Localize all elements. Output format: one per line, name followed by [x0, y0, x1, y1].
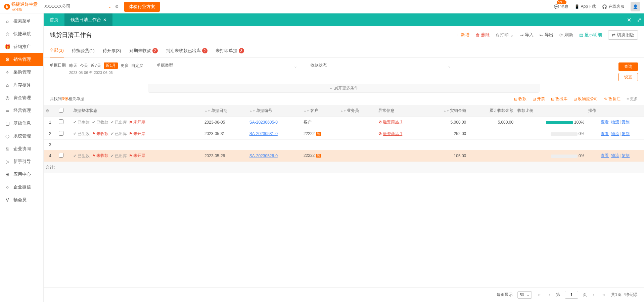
copy-link[interactable]: 复制	[622, 131, 630, 136]
sidebar-item-purch[interactable]: ✧采购管理	[0, 66, 43, 79]
date-option[interactable]: 昨天	[69, 63, 77, 69]
page-size-select[interactable]: 50⌄	[517, 291, 532, 299]
logi-link[interactable]: 物流	[611, 131, 619, 136]
refresh-button[interactable]: ⟳刷新	[559, 32, 573, 38]
chg-stock-action[interactable]: ⊟ 改出库	[551, 96, 567, 102]
progress-bar	[546, 121, 573, 124]
add-button[interactable]: +新增	[457, 32, 469, 38]
error-link[interactable]: 融资商品 1	[383, 131, 402, 136]
error-link[interactable]: 融资商品 1	[383, 120, 402, 124]
row-checkbox[interactable]	[59, 153, 63, 158]
table-row: 3	[44, 140, 644, 150]
filter-tab[interactable]: 待拣验货(1)	[72, 47, 95, 57]
doc-no-link[interactable]: SA-20230605-0	[249, 120, 278, 125]
sidebar-item-search[interactable]: ⌕搜索菜单	[0, 15, 43, 28]
logi-link[interactable]: 物流	[611, 153, 619, 158]
date-option[interactable]: 更多	[121, 63, 129, 69]
sidebar-item-vip[interactable]: V畅会员	[0, 193, 43, 206]
chg-note-action[interactable]: ✎ 改备注	[604, 96, 620, 102]
select-all[interactable]	[59, 108, 63, 113]
messages-link[interactable]: 99 + 💬 消息	[554, 4, 568, 9]
col-cum[interactable]: 累计收款金额	[468, 105, 515, 117]
more-action[interactable]: ≡ 更多	[627, 96, 638, 102]
switch-old-button[interactable]: ⇄切换旧版	[608, 30, 638, 40]
collect-action[interactable]: ⊟ 收款	[514, 96, 526, 102]
app-download-link[interactable]: 📱 App下载	[574, 4, 596, 9]
paystatus-select[interactable]: ⌄	[330, 62, 451, 70]
copy-link[interactable]: 复制	[622, 120, 630, 124]
sidebar-item-sys[interactable]: ◌系统管理	[0, 130, 43, 142]
sidebar-item-base[interactable]: ▢基础信息	[0, 117, 43, 130]
col-err[interactable]: 异常信息	[376, 105, 423, 117]
invoice-action[interactable]: ⊟ 开票	[533, 96, 545, 102]
close-icon[interactable]: ✕	[103, 17, 106, 22]
detail-toggle[interactable]: ▤显示明细	[579, 32, 602, 38]
col-date[interactable]: ▲▼单据日期	[202, 105, 247, 117]
date-option[interactable]: 近1月	[104, 62, 118, 69]
type-select[interactable]: ⌄	[176, 62, 297, 70]
filter-tab[interactable]: 到期未收款已出库2	[166, 47, 208, 57]
sidebar-item-sales[interactable]: ⚙销售管理	[0, 53, 43, 66]
copy-link[interactable]: 复制	[622, 153, 630, 158]
prev-page-button[interactable]: ‹	[547, 293, 551, 297]
sidebar-item-coop[interactable]: ⎘企业协同	[0, 142, 43, 155]
import-button[interactable]: ⇥导入	[520, 32, 534, 38]
tabstrip-expand-button[interactable]: ⤢	[634, 13, 644, 26]
col-st[interactable]: 单据整体状态	[71, 105, 202, 117]
col-sales[interactable]: ▲▼业务员	[338, 105, 377, 117]
filter-tab[interactable]: 到期未收款2	[129, 47, 158, 57]
row-checkbox[interactable]	[59, 119, 63, 124]
sidebar-item-biz[interactable]: ≣经营管理	[0, 104, 43, 117]
gear-icon[interactable]: ⚙	[115, 4, 119, 9]
doc-no-link[interactable]: SA-20230531-0	[249, 131, 278, 136]
page-header: 钱货日清工作台 +新增 🗑删除 ⎙打印⌄ ⇥导入 ⇤导出 ⟳刷新 ▤显示明细 ⇄…	[44, 26, 644, 44]
filter-tab[interactable]: 待开票(3)	[103, 47, 121, 57]
industry-plan-button[interactable]: 体验行业方案	[124, 2, 160, 12]
tab-workbench[interactable]: 钱货日清工作台 ✕	[64, 13, 112, 26]
col-ratio[interactable]: 收款比例	[515, 105, 586, 117]
sidebar-item-promo[interactable]: 🎁营销推广	[0, 40, 43, 53]
sidebar-item-fund[interactable]: ◎资金管理	[0, 91, 43, 104]
first-page-button[interactable]: ⇤	[537, 293, 543, 297]
col-chk[interactable]	[57, 105, 72, 117]
page-input[interactable]	[565, 291, 578, 299]
col-op[interactable]: 操作	[586, 105, 644, 117]
print-button[interactable]: ⎙打印⌄	[496, 32, 514, 38]
online-service-link[interactable]: 🎧 在线客服	[602, 4, 625, 9]
logi-link[interactable]: 物流	[611, 120, 619, 124]
date-option[interactable]: 近7天	[91, 63, 101, 69]
sidebar-item-quick[interactable]: ☆快捷导航	[0, 28, 43, 40]
filter-tab[interactable]: 未打印单据3	[216, 47, 244, 57]
col-amt[interactable]: ▲▼实销金额	[423, 105, 468, 117]
expand-filters[interactable]: ⌄ 展开更多条件	[148, 84, 540, 93]
tabstrip-close-button[interactable]: ✕	[624, 13, 634, 26]
next-page-button[interactable]: ›	[592, 293, 596, 297]
settings-button[interactable]: 设置	[618, 73, 638, 81]
view-link[interactable]: 查看	[601, 153, 609, 158]
date-option[interactable]: 今天	[80, 63, 88, 69]
table-wrap[interactable]: ⚙单据整体状态▲▼单据日期▲▼单据编号▲▼客户▲▼业务员异常信息▲▼实销金额累计…	[44, 105, 644, 287]
company-selector[interactable]: XXXXXX公司 ⌄	[44, 2, 111, 11]
avatar[interactable]: 👤	[631, 2, 640, 11]
last-page-button[interactable]: ⇥	[600, 293, 606, 297]
date-option[interactable]: 自定义	[131, 63, 143, 69]
col-no[interactable]: ▲▼单据编号	[247, 105, 302, 117]
query-button[interactable]: 查询	[618, 62, 638, 71]
row-checkbox[interactable]	[59, 131, 63, 136]
col-cust[interactable]: ▲▼客户	[302, 105, 338, 117]
biz-icon: ≣	[5, 108, 10, 113]
view-link[interactable]: 查看	[601, 120, 609, 124]
tab-home[interactable]: 首页	[44, 13, 64, 26]
sidebar-item-apps[interactable]: ⊞应用中心	[0, 168, 43, 181]
filter-tab[interactable]: 全部(3)	[50, 47, 64, 57]
doc-no-link[interactable]: SA-20230526-0	[249, 154, 278, 158]
delete-button[interactable]: 🗑删除	[475, 32, 490, 38]
sidebar-item-wecom[interactable]: ○企业微信	[0, 181, 43, 193]
view-link[interactable]: 查看	[601, 131, 609, 136]
sidebar-item-stock[interactable]: ⌂库存核算	[0, 79, 43, 91]
chevron-down-icon: ⌄	[294, 64, 297, 69]
chg-logi-action[interactable]: ⊟ 改物流公司	[573, 96, 598, 102]
sidebar-item-guide[interactable]: ▷新手引导	[0, 155, 43, 168]
col-idx[interactable]: ⚙	[44, 105, 57, 117]
export-button[interactable]: ⇤导出	[540, 32, 553, 38]
